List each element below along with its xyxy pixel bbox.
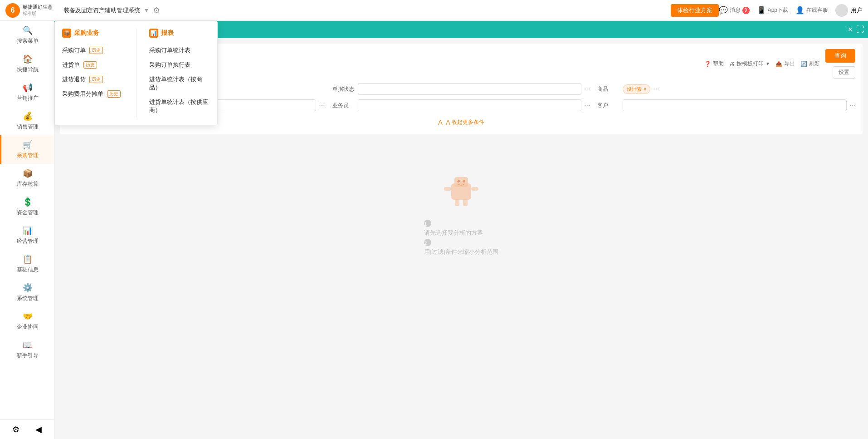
- sidebar-label-operation: 经营管理: [17, 237, 39, 245]
- customer-more-icon[interactable]: ···: [849, 101, 855, 109]
- set-btn[interactable]: 设置: [833, 66, 855, 79]
- export-label: 导出: [784, 60, 795, 68]
- empty-tip2-text: 用[过滤]条件来缩小分析范围: [424, 246, 498, 258]
- message-btn[interactable]: 💬 消息 9: [719, 6, 750, 15]
- return-label: 进货退货: [62, 75, 86, 84]
- sidebar-collapse-icon[interactable]: ◀: [35, 424, 42, 434]
- help-btn[interactable]: ❓ 帮助: [704, 60, 724, 68]
- salesperson-field: 业务员 ···: [332, 99, 590, 111]
- system-name-dropdown-icon[interactable]: ▼: [144, 7, 149, 14]
- voucher-status-more-icon[interactable]: ···: [584, 85, 590, 93]
- return-hist[interactable]: 历史: [89, 76, 103, 83]
- query-area: 查询 设置: [825, 49, 855, 79]
- sidebar-label-marketing: 营销推广: [17, 94, 39, 102]
- product-more-icon[interactable]: ···: [653, 85, 659, 93]
- refresh-icon: 🔄: [800, 61, 807, 67]
- sidebar-label-system: 系统管理: [17, 295, 39, 302]
- customer-input[interactable]: [623, 99, 846, 111]
- export-icon: 📤: [775, 61, 782, 67]
- svg-point-9: [463, 180, 463, 181]
- step-1-num: 1: [424, 220, 431, 227]
- dropdown-item-order-stats[interactable]: 采购订单统计表: [149, 43, 210, 58]
- salesperson-input[interactable]: [358, 99, 581, 111]
- sidebar-settings-icon[interactable]: ⚙: [12, 424, 20, 434]
- message-label: 消息: [730, 6, 741, 14]
- query-btn[interactable]: 查询: [825, 49, 855, 63]
- sales-icon: 💰: [23, 111, 33, 121]
- industry-btn[interactable]: 体验行业方案: [671, 4, 719, 17]
- sidebar-item-sales[interactable]: 💰 销售管理: [0, 107, 54, 135]
- dropdown-item-expense[interactable]: 采购费用分摊单 历史: [62, 87, 123, 101]
- online-service-btn[interactable]: 👤 在线客服: [795, 6, 828, 15]
- sidebar-label-inventory: 库存核算: [17, 180, 39, 188]
- purchase-order-hist[interactable]: 历史: [89, 47, 103, 54]
- print-label: 按模板打印: [736, 60, 764, 68]
- app-download-btn[interactable]: 📱 App下载: [757, 6, 788, 15]
- print-btn[interactable]: 🖨 按模板打印 ▼: [729, 60, 770, 68]
- sidebar-item-marketing[interactable]: 📢 营销推广: [0, 78, 54, 107]
- purchase-dropdown-menu: 📦 采购业务 采购订单 历史 进货单 历史 进货退货 历史 采购费用分摊单: [54, 21, 218, 125]
- sidebar-item-inventory[interactable]: 📦 库存核算: [0, 164, 54, 192]
- export-btn[interactable]: 📤 导出: [775, 60, 795, 68]
- customer-label: 客户: [597, 102, 620, 109]
- dropdown-item-inbound-supplier[interactable]: 进货单统计表（按供应商）: [149, 95, 210, 118]
- dropdown-col1-label: 采购业务: [74, 29, 99, 37]
- svg-rect-4: [444, 187, 451, 191]
- salesperson-label: 业务员: [332, 102, 355, 109]
- product-label: 商品: [597, 85, 620, 93]
- expense-label: 采购费用分摊单: [62, 90, 103, 98]
- dropdown-item-inbound[interactable]: 进货单 历史: [62, 58, 123, 72]
- empty-tip-2: 2 用[过滤]条件来缩小分析范围: [424, 239, 498, 258]
- voucher-status-label: 单据状态: [332, 85, 355, 93]
- voucher-status-select[interactable]: [358, 83, 581, 95]
- rank-more-icon[interactable]: ···: [319, 101, 325, 109]
- expense-hist[interactable]: 历史: [107, 90, 121, 98]
- sidebar-item-search[interactable]: 🔍 搜索菜单: [0, 21, 54, 49]
- product-tag: 设计素 ×: [623, 84, 650, 94]
- sidebar-label-search: 搜索菜单: [17, 37, 39, 45]
- message-icon: 💬: [719, 6, 728, 15]
- sidebar-item-purchase[interactable]: 🛒 采购管理: [0, 135, 54, 164]
- sidebar-item-basic[interactable]: 📋 基础信息: [0, 250, 54, 278]
- sidebar-item-operation[interactable]: 📊 经营管理: [0, 221, 54, 250]
- sidebar-item-guide[interactable]: 📖 新手引导: [0, 335, 54, 364]
- search-icon: 🔍: [23, 25, 33, 35]
- dropdown-item-return[interactable]: 进货退货 历史: [62, 72, 123, 87]
- collapse-label: ⋀ 收起更多条件: [446, 119, 484, 125]
- inbound-stats-label: 进货单统计表（按商品）: [149, 75, 210, 92]
- sidebar-item-quick-nav[interactable]: 🏠 快捷导航: [0, 49, 54, 78]
- help-label: 帮助: [713, 60, 724, 68]
- inbound-hist[interactable]: 历史: [83, 61, 97, 69]
- print-icon: 🖨: [729, 61, 735, 67]
- empty-state: 1 请先选择要分析的方案 2 用[过滤]条件来缩小分析范围: [60, 138, 863, 294]
- dropdown-vertical-divider: [136, 29, 137, 118]
- inbound-supplier-label: 进货单统计表（按供应商）: [149, 98, 210, 114]
- dropdown-item-purchase-order[interactable]: 采购订单 历史: [62, 43, 123, 58]
- sidebar-label-enterprise: 企业协同: [17, 323, 39, 331]
- topbar-actions: 💬 消息 9 📱 App下载 👤 在线客服 用户: [719, 4, 863, 17]
- dropdown-item-inbound-stats[interactable]: 进货单统计表（按商品）: [149, 72, 210, 95]
- dropdown-item-order-exec[interactable]: 采购订单执行表: [149, 58, 210, 72]
- online-service-label: 在线客服: [806, 6, 828, 14]
- logo-text-area: 畅捷通好生意 标准版: [23, 4, 53, 16]
- salesperson-more-icon[interactable]: ···: [584, 101, 590, 109]
- refresh-btn[interactable]: 🔄 刷新: [800, 60, 820, 68]
- logo-sub: 标准版: [23, 10, 53, 17]
- close-all-tabs-icon[interactable]: ×: [848, 25, 853, 35]
- sidebar-item-system[interactable]: ⚙️ 系统管理: [0, 278, 54, 307]
- order-stats-label: 采购订单统计表: [149, 46, 190, 54]
- topbar-center: 装备及固定资产辅助管理系统 ▼ ⚙: [60, 5, 671, 15]
- basic-icon: 📋: [23, 254, 33, 264]
- app-download-label: App下载: [768, 6, 788, 14]
- sidebar-item-enterprise[interactable]: 🤝 企业协同: [0, 307, 54, 335]
- guide-icon: 📖: [23, 340, 33, 350]
- fullscreen-icon[interactable]: ⛶: [856, 25, 864, 35]
- sidebar-item-finance[interactable]: 💲 资金管理: [0, 192, 54, 221]
- dropdown-col2-title: 📊 报表: [149, 29, 210, 38]
- product-tag-close[interactable]: ×: [644, 87, 646, 92]
- settings-gear-icon[interactable]: ⚙: [153, 5, 160, 15]
- order-exec-label: 采购订单执行表: [149, 61, 190, 69]
- dropdown-col1-title: 📦 采购业务: [62, 29, 123, 38]
- user-area[interactable]: 用户: [835, 4, 863, 17]
- product-tag-text: 设计素: [627, 86, 642, 93]
